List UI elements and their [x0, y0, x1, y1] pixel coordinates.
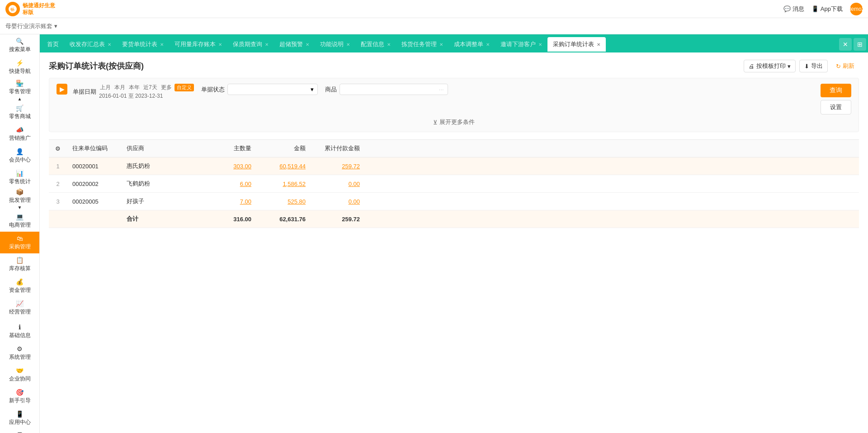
sidebar-item-app-center[interactable]: 📱 应用中心 — [0, 407, 39, 429]
export-button[interactable]: ⬇ 导出 — [799, 60, 828, 72]
row2-qty[interactable]: 6.00 — [212, 175, 257, 193]
expand-tabs-button[interactable]: ⊞ — [854, 38, 866, 51]
close-tab-receive[interactable]: ✕ — [108, 42, 111, 47]
tab-invite-downstream[interactable]: 邀请下游客户 ✕ — [495, 37, 547, 52]
tab-warranty-query[interactable]: 保质期查询 ✕ — [227, 37, 274, 52]
messages-button[interactable]: 💬 消息 — [783, 5, 804, 13]
shortcut-more[interactable]: 更多 — [160, 84, 173, 91]
close-tab-picking[interactable]: ✕ — [439, 42, 443, 47]
status-select[interactable]: ▾ — [227, 84, 318, 95]
row3-qty[interactable]: 7.00 — [212, 193, 257, 210]
guide-icon: 🎯 — [16, 389, 24, 396]
row2-paid-link[interactable]: 0.00 — [349, 181, 360, 187]
sidebar-item-operations[interactable]: 📈 经营管理 — [0, 297, 39, 319]
sidebar-item-marketing[interactable]: 📣 营销推广 — [0, 123, 39, 145]
print-icon: 🖨 — [749, 63, 755, 70]
close-tab-purchase-summary[interactable]: ✕ — [597, 42, 600, 47]
tab-picking-task[interactable]: 拣货任务管理 ✕ — [396, 37, 448, 52]
settings-button[interactable]: 设置 — [821, 100, 851, 114]
app-download-button[interactable]: 📱 App下载 — [811, 5, 843, 13]
row1-paid-link[interactable]: 259.72 — [342, 163, 360, 170]
sidebar-item-retail-stats[interactable]: 📊 零售统计 — [0, 167, 39, 188]
sidebar-item-finance[interactable]: 💰 资金管理 — [0, 275, 39, 297]
row3-code: 00020005 — [67, 193, 121, 210]
sidebar-item-quick-nav[interactable]: ⚡ 快捷导航 — [0, 56, 39, 78]
tab-cost-adjust[interactable]: 成本调整单 ✕ — [448, 37, 495, 52]
col-qty-header: 主数量 — [212, 140, 257, 157]
member-icon: 👤 — [16, 148, 24, 155]
data-table: ⚙ 往来单位编码 供应商 主数量 金额 累计付款金额 1 — [49, 139, 859, 228]
retail-icon: 🏪 — [16, 80, 24, 87]
tab-overstock[interactable]: 超储预警 ✕ — [274, 37, 315, 52]
footer-extra — [365, 210, 859, 228]
sidebar-item-retail-shop[interactable]: 🛒 零售商城 — [0, 101, 39, 123]
close-tab-available-stock[interactable]: ✕ — [218, 42, 222, 47]
page-content: 采购订单统计表(按供应商) 🖨 按模板打印 ▾ ⬇ 导出 ↻ — [40, 52, 868, 433]
main-layout: 🔍 搜索菜单 ⚡ 快捷导航 🏪 零售管理 ▲ 🛒 零售商城 📣 营销推广 👤 会… — [0, 34, 868, 433]
download-icon: 📱 — [811, 5, 819, 12]
tab-function-desc[interactable]: 功能说明 ✕ — [315, 37, 355, 52]
row3-paid[interactable]: 0.00 — [311, 193, 365, 210]
row3-qty-link[interactable]: 7.00 — [240, 198, 251, 205]
goods-input[interactable]: ··· — [340, 84, 448, 95]
close-tab-invite[interactable]: ✕ — [538, 42, 542, 47]
sidebar-item-member[interactable]: 👤 会员中心 — [0, 145, 39, 167]
sidebar-item-basic-info[interactable]: ℹ 基础信息 — [0, 320, 39, 342]
row1-paid[interactable]: 259.72 — [311, 157, 365, 175]
filter-status-item: 单据状态 ▾ — [201, 84, 318, 95]
close-tab-function[interactable]: ✕ — [346, 42, 350, 47]
row3-paid-link[interactable]: 0.00 — [349, 198, 360, 205]
sidebar-item-inventory[interactable]: 📋 库存核算 — [0, 253, 39, 275]
workspace-selector[interactable]: 母婴行业演示账套 ▾ — [5, 22, 57, 30]
sidebar-item-wholesale[interactable]: 📦 批发管理 ▼ — [0, 188, 39, 210]
sidebar-item-purchase[interactable]: 🛍 采购管理 — [0, 232, 39, 253]
tab-available-stock[interactable]: 可用量库存账本 ✕ — [169, 37, 227, 52]
avatar[interactable]: demo2 — [850, 3, 863, 15]
row1-amount[interactable]: 60,519.44 — [257, 157, 311, 175]
row2-paid[interactable]: 0.00 — [311, 175, 365, 193]
footer-paid: 259.72 — [311, 210, 365, 228]
close-tab-config[interactable]: ✕ — [387, 42, 391, 47]
row3-amount-link[interactable]: 525.80 — [288, 198, 306, 205]
close-tab-cost[interactable]: ✕ — [486, 42, 490, 47]
sidebar-item-enterprise-wechat[interactable]: 💬 企业微信 — [0, 429, 39, 433]
row3-amount[interactable]: 525.80 — [257, 193, 311, 210]
row1-amount-link[interactable]: 60,519.44 — [279, 163, 306, 170]
ecommerce-icon: 💻 — [16, 213, 24, 220]
shortcut-last-month[interactable]: 上月 — [99, 84, 112, 91]
sidebar-item-retail[interactable]: 🏪 零售管理 ▲ — [0, 80, 39, 101]
close-tab-purchase-detail[interactable]: ✕ — [160, 42, 164, 47]
row1-qty-link[interactable]: 303.00 — [233, 163, 251, 170]
tab-home[interactable]: 首页 — [42, 37, 64, 52]
row2-amount[interactable]: 1,586.52 — [257, 175, 311, 193]
row1-code: 00020001 — [67, 157, 121, 175]
row2-amount-link[interactable]: 1,586.52 — [283, 181, 306, 187]
sidebar-item-ecommerce[interactable]: 💻 电商管理 — [0, 210, 39, 232]
close-all-tabs-button[interactable]: ✕ — [839, 38, 852, 51]
filter-toggle-button[interactable]: ▶ — [57, 84, 67, 95]
tab-purchase-detail[interactable]: 要货单统计表 ✕ — [117, 37, 169, 52]
row2-qty-link[interactable]: 6.00 — [240, 181, 251, 187]
shortcut-this-year[interactable]: 本年 — [128, 84, 141, 91]
tab-purchase-order-summary[interactable]: 采购订单统计表 ✕ — [547, 37, 606, 52]
row1-qty[interactable]: 303.00 — [212, 157, 257, 175]
query-button[interactable]: 查询 — [821, 84, 851, 97]
tab-receive-summary[interactable]: 收发存汇总表 ✕ — [64, 37, 117, 52]
close-tab-overstock[interactable]: ✕ — [306, 42, 309, 47]
shortcut-this-month[interactable]: 本月 — [113, 84, 126, 91]
print-button[interactable]: 🖨 按模板打印 ▾ — [744, 60, 796, 72]
gear-icon[interactable]: ⚙ — [55, 145, 61, 152]
goods-more-icon: ··· — [439, 86, 444, 93]
sidebar-item-enterprise-collab[interactable]: 🤝 企业协同 — [0, 364, 39, 385]
refresh-button[interactable]: ↻ 刷新 — [831, 60, 859, 72]
expand-more-button[interactable]: ⊻ 展开更多条件 — [57, 118, 851, 126]
tab-config[interactable]: 配置信息 ✕ — [355, 37, 396, 52]
shortcut-7days[interactable]: 近7天 — [142, 84, 158, 91]
col-gear-header: ⚙ — [49, 140, 67, 157]
sidebar-item-search[interactable]: 🔍 搜索菜单 — [0, 34, 39, 56]
status-filter-label: 单据状态 — [201, 86, 225, 94]
sidebar-item-system[interactable]: ⚙ 系统管理 — [0, 342, 39, 364]
close-tab-warranty[interactable]: ✕ — [265, 42, 269, 47]
filter-main-row: ▶ 单据日期 上月 本月 本年 近7天 — [57, 84, 851, 114]
sidebar-item-new-guide[interactable]: 🎯 新手引导 — [0, 385, 39, 407]
